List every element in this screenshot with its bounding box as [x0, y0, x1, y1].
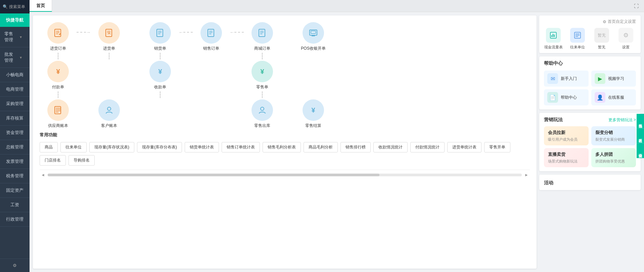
flow-node-pos[interactable]: POS收银开单	[295, 22, 332, 51]
sidebar-item-payroll[interactable]: 工资	[0, 198, 30, 212]
sidebar-item-label: 电商管理	[3, 86, 27, 92]
tab-bar-right: ⛶	[632, 0, 644, 12]
node-label: 进货单	[103, 46, 115, 51]
nav-label: 快捷导航	[6, 17, 24, 23]
sidebar-item-retail[interactable]: 零售管理 ▼	[0, 27, 30, 47]
chevron-down-icon: ▼	[15, 35, 27, 39]
tab-home[interactable]: 首页	[30, 0, 52, 12]
func-btn-payment-stat[interactable]: 付款情况统计	[410, 142, 445, 152]
func-btn-retail-order[interactable]: 零售开单	[484, 142, 510, 152]
marketing-card-group[interactable]: 多人拼团 拼团购物享受优惠	[591, 148, 636, 167]
common-funcs-title: 常用功能	[40, 132, 530, 138]
quick-icon-settings[interactable]: ⚙ 设置	[616, 28, 635, 50]
node-label: 收款单	[154, 84, 166, 90]
sidebar-item-ledger[interactable]: 总账管理	[0, 140, 30, 154]
flow-circle-supplier	[47, 99, 69, 121]
func-btn-receipt-stat[interactable]: 收款情况统计	[373, 142, 408, 152]
node-label: 销货单	[154, 46, 166, 51]
scroll-left-btn[interactable]: ◄	[40, 172, 46, 178]
flow-circle-retail-out	[251, 99, 273, 121]
marketing-card-member[interactable]: 会员拉新 吸引用户成为会员	[544, 126, 589, 145]
node-label: 零售结算	[305, 123, 321, 129]
func-btn-margin2[interactable]: 商品毛利分析	[304, 142, 338, 152]
node-label: 销售订单	[203, 46, 219, 51]
scroll-bar: ◄ ►	[40, 170, 530, 180]
sidebar-item-ecommerce-small[interactable]: 小畅电商	[0, 68, 30, 82]
help-item-video[interactable]: ▶ 视频学习	[591, 71, 636, 87]
flow-node-sales[interactable]: 销货单	[142, 22, 179, 51]
sidebar-item-inventory[interactable]: 库存核算	[0, 111, 30, 126]
flow-circle-sales	[149, 22, 171, 44]
func-btn-purchase-stat[interactable]: 进货单统计表	[447, 142, 481, 152]
func-btn-stock2[interactable]: 现存量(库存分布表)	[137, 142, 182, 152]
node-label: 零售出库	[254, 123, 270, 129]
func-btn-store-rank[interactable]: 门店排名	[40, 155, 66, 166]
func-btn-margin1[interactable]: 销售毛利分析表	[263, 142, 301, 152]
sidebar-item-admin[interactable]: 行政管理	[0, 212, 30, 227]
svg-point-27	[107, 107, 111, 110]
help-item-service[interactable]: 👤 在线客服	[591, 89, 636, 105]
sidebar: 🔍 搜索菜单 快捷导航 零售管理 ▼ 批发管理 ▼ 小畅电商 电商管理 采购管理…	[0, 0, 30, 272]
marketing-card-fission[interactable]: 裂变分销 裂变式发展分销商	[591, 126, 636, 145]
sidebar-settings[interactable]: ⚙	[0, 259, 30, 272]
quick-icon-units[interactable]: 往来单位	[568, 28, 587, 50]
svg-rect-22	[55, 106, 61, 114]
fullscreen-button[interactable]: ⛶	[632, 2, 641, 10]
help-item-help[interactable]: 📄 帮助中心	[544, 89, 589, 105]
float-btn-service[interactable]: 客服热线	[637, 114, 644, 129]
float-btn-community[interactable]: 服务社区	[637, 129, 644, 143]
func-btn-guide-rank[interactable]: 导购排名	[68, 155, 95, 166]
quick-icon-none[interactable]: 暂无 暂无	[592, 28, 611, 50]
func-btn-sales-stat[interactable]: 销货单统计表	[185, 142, 219, 152]
marketing-card-live[interactable]: 直播卖货 场景式购物新玩法	[544, 148, 589, 167]
help-title: 帮助中心	[544, 60, 636, 66]
func-btn-units[interactable]: 往来单位	[60, 142, 87, 152]
scroll-right-btn[interactable]: ►	[523, 172, 530, 178]
flow-node-payment[interactable]: ¥ 付款单	[40, 61, 77, 90]
flow-diagram: 进货订单 →	[40, 22, 530, 129]
sidebar-item-assets[interactable]: 固定资产	[0, 183, 30, 198]
sidebar-item-label: 税务管理	[3, 173, 27, 179]
flow-node-retail-settle[interactable]: ¥ 零售结算	[295, 99, 332, 129]
flow-node-retail-order[interactable]: ¥ 零售单	[244, 61, 281, 90]
quick-access-settings-label[interactable]: 首页自定义设置	[608, 19, 636, 25]
cashflow-label: 现金流量表	[544, 45, 563, 50]
flow-circle-mall-order	[251, 22, 273, 44]
float-buttons: 客服热线 服务社区 桌面快捷	[637, 114, 644, 158]
flow-node-receipt[interactable]: ¥ 收款单	[142, 61, 179, 90]
card-title: 多人拼团	[595, 151, 632, 157]
func-btn-order-stat[interactable]: 销售订单统计表	[222, 142, 260, 152]
sidebar-search-label: 搜索菜单	[9, 4, 25, 10]
sidebar-search[interactable]: 🔍 搜索菜单	[0, 0, 30, 13]
node-label: 零售单	[256, 84, 268, 90]
sidebar-item-funds[interactable]: 资金管理	[0, 126, 30, 140]
quick-icons-grid: 现金流量表 往来单位	[544, 28, 636, 50]
flow-node-supplier-ledger[interactable]: 供应商账本	[40, 99, 77, 129]
sidebar-item-tax[interactable]: 税务管理	[0, 169, 30, 183]
flow-node-mall-order[interactable]: 商城订单	[244, 22, 281, 51]
sidebar-item-wholesale[interactable]: 批发管理 ▼	[0, 47, 30, 68]
card-title: 会员拉新	[548, 130, 585, 136]
sidebar-item-ecommerce[interactable]: 电商管理	[0, 82, 30, 97]
card-subtitle: 裂变式发展分销商	[595, 137, 632, 142]
sidebar-item-invoice[interactable]: 发票管理	[0, 154, 30, 169]
flow-node-sales-order[interactable]: 销售订单	[193, 22, 230, 51]
sidebar-item-purchase[interactable]: 采购管理	[0, 97, 30, 111]
help-center-icon: 📄	[547, 92, 558, 103]
flow-node-purchase-order[interactable]: 进货订单	[40, 22, 77, 51]
scroll-track[interactable]	[48, 174, 522, 176]
flow-node-retail-out[interactable]: 零售出库	[244, 99, 281, 129]
flow-circle-purchase	[98, 22, 120, 44]
video-icon: ▶	[595, 73, 605, 84]
func-btn-goods[interactable]: 商品	[40, 142, 58, 152]
flow-node-customer-ledger[interactable]: 客户账本	[91, 99, 128, 129]
marketing-more-btn[interactable]: 更多营销玩法 >	[608, 117, 636, 123]
func-btn-stock1[interactable]: 现存量(库存状况表)	[89, 142, 134, 152]
help-item-beginner[interactable]: ✉ 新手入门	[544, 71, 589, 87]
tab-bar: 首页 ⛶	[30, 0, 644, 12]
svg-point-28	[261, 107, 264, 110]
quick-icon-cashflow[interactable]: 现金流量表	[544, 28, 563, 50]
func-btn-rank[interactable]: 销售排行榜	[340, 142, 371, 152]
float-btn-desktop[interactable]: 桌面快捷	[637, 143, 644, 158]
flow-node-purchase[interactable]: 进货单	[91, 22, 128, 51]
